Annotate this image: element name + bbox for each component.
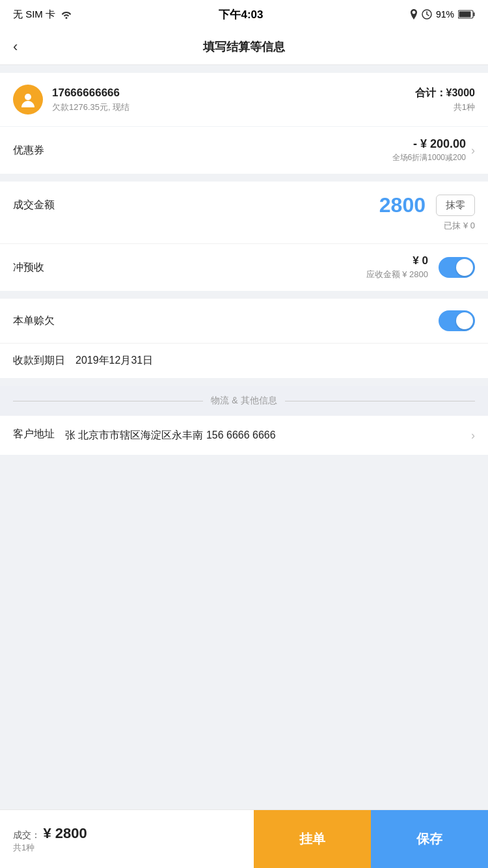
chevron-right-icon: › (471, 144, 475, 157)
prepay-info: ¥ 0 应收金额 ¥ 2800 (366, 254, 428, 280)
page-title: 填写结算等信息 (203, 39, 285, 55)
clock-icon (422, 9, 432, 20)
back-button[interactable]: ‹ (13, 38, 18, 55)
logistics-label: 物流 & 其他信息 (211, 395, 277, 407)
extra-gray-space (0, 455, 488, 559)
section-gap-1 (0, 174, 488, 182)
due-section: 收款到期日 2019年12月31日 (0, 343, 488, 378)
svg-rect-2 (459, 12, 470, 18)
debt-toggle[interactable] (439, 310, 475, 331)
customer-info: 17666666666 欠款1276.35元, 现结 (52, 87, 129, 113)
address-label: 客户地址 (13, 427, 55, 441)
nav-bar: ‹ 填写结算等信息 (0, 29, 488, 65)
logistics-divider: 物流 & 其他信息 (0, 386, 488, 416)
prepay-toggle[interactable] (439, 257, 475, 278)
bottom-deal-info: 成交： ¥ 2800 共1种 (0, 825, 254, 854)
bottom-deal-amount: ¥ 2800 (43, 825, 87, 841)
svg-point-4 (25, 94, 31, 100)
bottom-deal-label: 成交： (13, 830, 40, 840)
customer-right: 合计：¥3000 共1种 (415, 87, 476, 113)
deal-sub: 已抹 ¥ 0 (13, 220, 475, 232)
prepay-section: 冲预收 ¥ 0 应收金额 ¥ 2800 (0, 243, 488, 291)
customer-card: 17666666666 欠款1276.35元, 现结 合计：¥3000 共1种 (0, 73, 488, 126)
bottom-deal-count: 共1种 (13, 842, 241, 854)
battery-text: 91% (436, 9, 454, 20)
deal-section: 成交金额 2800 抹零 已抹 ¥ 0 (0, 182, 488, 243)
wifi-icon (61, 10, 72, 19)
hang-button[interactable]: 挂单 (254, 810, 371, 869)
total-count: 共1种 (415, 102, 476, 113)
deal-row: 成交金额 2800 抹零 (13, 193, 475, 217)
deal-amount-value: 2800 (379, 193, 426, 217)
section-gap-3 (0, 378, 488, 386)
due-row: 收款到期日 2019年12月31日 (13, 354, 475, 368)
bottom-deal-row: 成交： ¥ 2800 (13, 825, 241, 842)
coupon-info: - ¥ 200.00 全场6折满1000减200 (392, 137, 466, 163)
customer-left: 17666666666 欠款1276.35元, 现结 (13, 85, 129, 115)
customer-phone: 17666666666 (52, 87, 129, 100)
address-section[interactable]: 客户地址 张 北京市市辖区海淀区永丰南 156 6666 6666 › (0, 416, 488, 455)
total-amount: 合计：¥3000 (415, 87, 476, 100)
save-button[interactable]: 保存 (371, 810, 488, 869)
coupon-desc: 全场6折满1000减200 (392, 152, 466, 163)
due-date-label: 收款到期日 (13, 354, 65, 368)
status-bar: 无 SIM 卡 下午4:03 91% (0, 0, 488, 29)
status-right: 91% (410, 9, 475, 20)
customer-sub: 欠款1276.35元, 现结 (52, 102, 129, 113)
main-content: 17666666666 欠款1276.35元, 现结 合计：¥3000 共1种 … (0, 73, 488, 624)
location-icon (410, 9, 418, 20)
prepay-row: 冲预收 ¥ 0 应收金额 ¥ 2800 (13, 254, 475, 280)
prepay-sub: 应收金额 ¥ 2800 (366, 269, 428, 280)
coupon-discount: - ¥ 200.00 (392, 137, 466, 151)
address-arrow-icon: › (471, 429, 475, 442)
svg-rect-3 (473, 12, 474, 16)
debt-section: 本单赊欠 (0, 299, 488, 343)
no-sim-text: 无 SIM 卡 (13, 8, 55, 21)
coupon-label: 优惠券 (13, 144, 44, 157)
prepay-label: 冲预收 (13, 261, 44, 275)
bottom-bar: 成交： ¥ 2800 共1种 挂单 保存 (0, 809, 488, 868)
address-content: 张 北京市市辖区海淀区永丰南 156 6666 6666 (65, 427, 466, 443)
due-date-value: 2019年12月31日 (75, 354, 153, 368)
status-left: 无 SIM 卡 (13, 8, 72, 21)
debt-label: 本单赊欠 (13, 314, 55, 328)
coupon-row[interactable]: 优惠券 - ¥ 200.00 全场6折满1000减200 › (0, 127, 488, 174)
status-time: 下午4:03 (219, 7, 263, 22)
divider-line-left (13, 401, 203, 401)
avatar (13, 85, 43, 115)
prepay-amount: ¥ 0 (366, 254, 428, 267)
round-button[interactable]: 抹零 (436, 195, 475, 216)
deal-amount-label: 成交金额 (13, 198, 55, 212)
divider-line-right (285, 401, 475, 401)
battery-icon (458, 10, 475, 19)
prepay-right: ¥ 0 应收金额 ¥ 2800 (366, 254, 475, 280)
deal-right: 2800 抹零 (379, 193, 475, 217)
section-gap-2 (0, 291, 488, 299)
coupon-right: - ¥ 200.00 全场6折满1000减200 › (392, 137, 475, 163)
